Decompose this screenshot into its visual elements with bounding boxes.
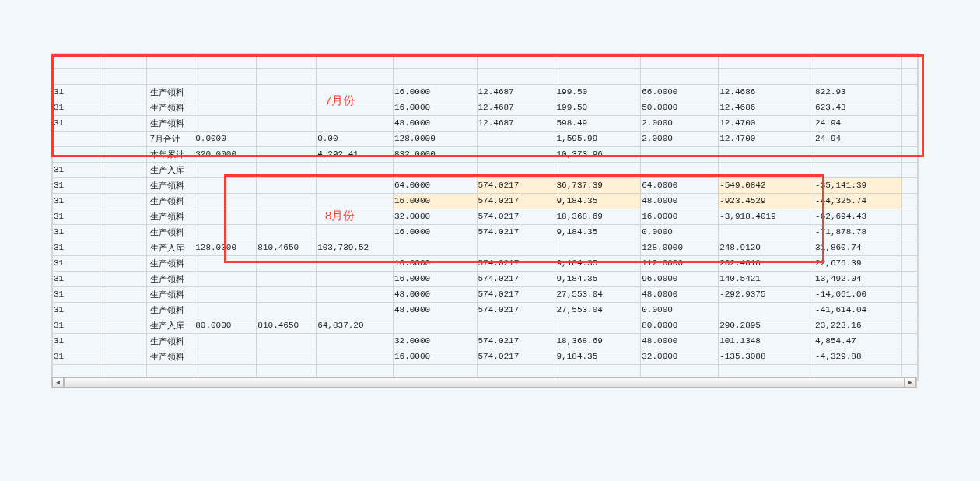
table-row[interactable] (53, 54, 918, 69)
cell-c5[interactable] (317, 349, 394, 365)
cell-c12[interactable] (902, 85, 918, 100)
cell-c1[interactable] (100, 318, 146, 334)
cell-c0[interactable]: 31 (53, 272, 100, 287)
cell-c11[interactable] (814, 147, 902, 163)
cell-c7[interactable]: 12.4687 (477, 85, 555, 100)
cell-c2[interactable]: 生产领料 (146, 116, 194, 132)
table-row[interactable]: 31生产领料64.0000574.021736,737.3964.0000-54… (53, 178, 918, 194)
cell-c9[interactable]: 0.0000 (641, 225, 719, 240)
data-table[interactable]: 31生产领料16.000012.4687199.5066.000012.4686… (52, 53, 918, 381)
cell-c6[interactable]: 16.0000 (393, 100, 477, 116)
cell-c6[interactable]: 16.0000 (393, 256, 477, 272)
cell-c10[interactable]: 202.4018 (719, 256, 814, 272)
table-row[interactable]: 31生产领料32.0000574.021718,368.6916.0000-3,… (53, 209, 918, 225)
cell-c1[interactable] (100, 303, 146, 318)
cell-c10[interactable]: -292.9375 (719, 287, 814, 303)
cell-c2[interactable]: 生产领料 (146, 209, 194, 225)
cell-c1[interactable] (100, 85, 146, 100)
cell-c4[interactable] (257, 303, 317, 318)
cell-c12[interactable] (902, 240, 918, 256)
cell-c3[interactable] (194, 334, 257, 349)
cell-c2[interactable]: 生产领料 (146, 194, 194, 209)
cell-c8[interactable]: 18,368.69 (555, 334, 641, 349)
cell-c11[interactable]: -71,878.78 (814, 225, 902, 240)
scroll-right-button[interactable]: ► (905, 377, 916, 388)
cell-c12[interactable] (902, 272, 918, 287)
cell-c6[interactable]: 32.0000 (393, 209, 477, 225)
cell-c5[interactable] (317, 163, 394, 178)
cell-c6[interactable]: 16.0000 (393, 194, 477, 209)
cell-c11[interactable]: 13,492.04 (814, 272, 902, 287)
cell-c7[interactable] (477, 163, 555, 178)
cell-c0[interactable]: 31 (53, 225, 100, 240)
cell-c5[interactable] (317, 194, 394, 209)
cell-c4[interactable] (257, 225, 317, 240)
cell-c0[interactable]: 31 (53, 178, 100, 194)
cell-c2[interactable]: 生产领料 (146, 178, 194, 194)
cell-c10[interactable]: -135.3088 (719, 349, 814, 365)
table-row[interactable]: 31生产领料32.0000574.021718,368.6948.0000101… (53, 334, 918, 349)
cell-c10[interactable]: 101.1348 (719, 334, 814, 349)
cell-c4[interactable]: 810.4650 (257, 318, 317, 334)
cell-c9[interactable]: 48.0000 (641, 334, 719, 349)
cell-c4[interactable] (257, 349, 317, 365)
table-row[interactable]: 31生产领料48.000012.4687598.492.000012.47002… (53, 116, 918, 132)
cell-c7[interactable] (477, 240, 555, 256)
cell-c0[interactable]: 31 (53, 85, 100, 100)
cell-c5[interactable] (317, 225, 394, 240)
cell-c2[interactable]: 生产入库 (146, 163, 194, 178)
cell-c2[interactable]: 生产入库 (146, 240, 194, 256)
cell-c9[interactable]: 96.0000 (641, 272, 719, 287)
cell-c4[interactable] (257, 178, 317, 194)
cell-c10[interactable] (719, 147, 814, 163)
cell-c3[interactable] (194, 287, 257, 303)
cell-c11[interactable]: -14,061.00 (814, 287, 902, 303)
cell-c12[interactable] (902, 303, 918, 318)
cell-c12[interactable] (902, 256, 918, 272)
scroll-left-button[interactable]: ◄ (52, 377, 64, 388)
cell-c0[interactable]: 31 (53, 194, 100, 209)
cell-c3[interactable]: 80.0000 (194, 318, 257, 334)
cell-c9[interactable]: 16.0000 (641, 209, 719, 225)
cell-c5[interactable]: 64,837.20 (317, 318, 394, 334)
cell-c5[interactable] (317, 85, 394, 100)
cell-c9[interactable]: 2.0000 (641, 132, 719, 147)
cell-c12[interactable] (902, 318, 918, 334)
cell-c8[interactable]: 9,184.35 (555, 256, 641, 272)
cell-c9[interactable]: 32.0000 (641, 349, 719, 365)
table-row[interactable]: 31生产入库128.0000810.4650103,739.52128.0000… (53, 240, 918, 256)
cell-c10[interactable]: -549.0842 (719, 178, 814, 194)
table-row[interactable]: 31生产领料16.0000574.02179,184.3596.0000140.… (53, 272, 918, 287)
cell-c6[interactable]: 48.0000 (393, 287, 477, 303)
cell-c6[interactable]: 832.0000 (393, 147, 477, 163)
cell-c9[interactable]: 66.0000 (641, 85, 719, 100)
cell-c0[interactable]: 31 (53, 163, 100, 178)
cell-c10[interactable]: -923.4529 (719, 194, 814, 209)
cell-c2[interactable]: 7月合计 (146, 132, 194, 147)
cell-c8[interactable]: 199.50 (555, 85, 641, 100)
cell-c8[interactable]: 199.50 (555, 100, 641, 116)
cell-c8[interactable]: 9,184.35 (555, 194, 641, 209)
cell-c3[interactable] (194, 85, 257, 100)
cell-c5[interactable] (317, 334, 394, 349)
cell-c3[interactable] (194, 272, 257, 287)
cell-c10[interactable] (719, 163, 814, 178)
cell-c3[interactable] (194, 194, 257, 209)
cell-c12[interactable] (902, 334, 918, 349)
cell-c0[interactable]: 31 (53, 256, 100, 272)
cell-c4[interactable] (257, 147, 317, 163)
cell-c2[interactable]: 生产领料 (146, 85, 194, 100)
table-row[interactable]: 31生产领料16.0000574.02179,184.35112.0000202… (53, 256, 918, 272)
cell-c6[interactable]: 48.0000 (393, 116, 477, 132)
cell-c4[interactable] (257, 334, 317, 349)
cell-c0[interactable]: 31 (53, 100, 100, 116)
cell-c1[interactable] (100, 240, 146, 256)
cell-c1[interactable] (100, 100, 146, 116)
cell-c7[interactable] (477, 147, 555, 163)
cell-c11[interactable]: -44,325.74 (814, 194, 902, 209)
cell-c11[interactable]: -35,141.39 (814, 178, 902, 194)
cell-c8[interactable]: 9,184.35 (555, 225, 641, 240)
cell-c3[interactable] (194, 225, 257, 240)
cell-c11[interactable]: -4,329.88 (814, 349, 902, 365)
table-row[interactable]: 31生产入库80.0000810.465064,837.2080.0000290… (53, 318, 918, 334)
